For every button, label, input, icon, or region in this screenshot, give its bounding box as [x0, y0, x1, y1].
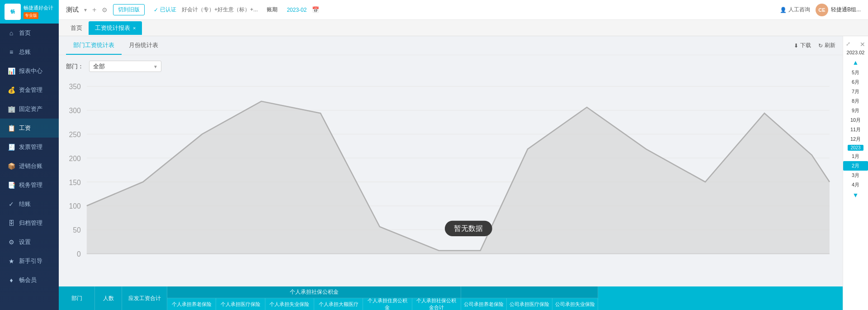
group-individual-insurance: 个人承担社保公积金 个人承担养老保险 个人承担医疗保险 个人承担失业保险 [167, 286, 461, 310]
tab-home[interactable]: 首页 [64, 21, 89, 35]
group-company-insurance: 公司承担养老保险 公司承担医疗保险 公司承担失业保险 [461, 286, 598, 310]
guide-icon: ★ [7, 258, 15, 265]
month-7[interactable]: 7月 [843, 87, 868, 96]
group2-cols: 公司承担养老保险 公司承担医疗保险 公司承担失业保险 [461, 298, 598, 310]
sidebar-item-label: 发票管理 [19, 143, 42, 151]
sidebar-item-archive[interactable]: 🗄 归档管理 [0, 214, 59, 233]
month-9[interactable]: 9月 [843, 106, 868, 115]
sidebar-item-guide[interactable]: ★ 新手引导 [0, 252, 59, 271]
app-edition-badge: 专业版 [24, 12, 38, 19]
period-label: 账期 [267, 6, 278, 14]
col-total-salary: 应发工资合计 [122, 286, 167, 310]
subtab-dept[interactable]: 部门工资统计表 [66, 37, 122, 55]
sidebar-item-label: 结账 [19, 200, 31, 208]
close-panel-btn[interactable]: ✕ [860, 41, 865, 48]
group-cols: 个人承担养老保险 个人承担医疗保险 个人承担失业保险 个人承担大额医疗 个人承担 [167, 298, 461, 310]
switch-to-old-btn[interactable]: 切到旧版 [113, 4, 145, 15]
tab-salary-label: 工资统计报表 [95, 24, 130, 32]
col-pension-comp: 公司承担养老保险 [461, 298, 507, 310]
col-medical-ind: 个人承担医疗保险 [216, 298, 265, 310]
topbar-add-icon[interactable]: + [92, 6, 96, 14]
tab-salary-report[interactable]: 工资统计报表 × [89, 21, 142, 35]
tab-close-btn[interactable]: × [133, 25, 136, 31]
ledger-icon: ≡ [7, 48, 15, 56]
ai-label: 人工咨询 [788, 6, 810, 14]
tags-text: 好会计（专）+好生意（标）+... [182, 6, 258, 14]
sidebar-item-checkout[interactable]: ✓ 结账 [0, 195, 59, 214]
year-badge-2023: 2023 [848, 145, 863, 151]
col-dept: 部门 [59, 286, 95, 310]
funds-icon: 💰 [7, 86, 15, 94]
download-label: 下载 [800, 42, 811, 49]
subtab-monthly[interactable]: 月份统计表 [122, 37, 165, 55]
month-4[interactable]: 4月 [843, 180, 868, 190]
sidebar-item-label: 资金管理 [19, 86, 42, 94]
sidebar-item-tax[interactable]: 📑 税务管理 [0, 176, 59, 195]
tax-icon: 📑 [7, 181, 15, 189]
month-6[interactable]: 6月 [843, 77, 868, 87]
dept-select[interactable]: 全部 销售部 财务部 人事部 技术部 [89, 61, 161, 72]
month-12[interactable]: 12月 [843, 134, 868, 144]
sidebar-item-label: 固定资产 [19, 105, 42, 113]
filter-bar: 部门： 全部 销售部 财务部 人事部 技术部 [59, 55, 843, 77]
month-5[interactable]: 5月 [843, 68, 868, 77]
settings-icon: ⚙ [7, 238, 15, 246]
col-unemployment-ind: 个人承担失业保险 [265, 298, 314, 310]
topbar-status: ✓ 已认证 [154, 6, 176, 14]
avatar-text: CE [818, 7, 825, 13]
month-8[interactable]: 8月 [843, 96, 868, 106]
sidebar-item-label: 总账 [19, 48, 31, 56]
panel-down-arrow[interactable]: ▼ [852, 191, 860, 200]
group-label: 个人承担社保公积金 [167, 286, 461, 298]
topbar-dropdown-arrow[interactable]: ▾ [84, 7, 87, 13]
calendar-icon[interactable]: 📅 [312, 6, 319, 13]
sidebar-item-label: 进销台账 [19, 162, 42, 170]
sidebar-item-invoice[interactable]: 🧾 发票管理 [0, 138, 59, 157]
topbar-settings-icon[interactable]: ⚙ [102, 6, 108, 14]
subtab-bar: 部门工资统计表 月份统计表 ⬇ 下载 ↻ 刷新 [59, 36, 843, 55]
sidebar-item-label: 工资 [19, 124, 31, 132]
refresh-icon: ↻ [818, 43, 823, 49]
chart-area: 350 300 250 200 150 100 50 0 [59, 77, 843, 286]
month-3[interactable]: 3月 [843, 171, 868, 180]
bottom-table-header: 部门 人数 应发工资合计 个人承担社保公积金 个人承担养老保险 [59, 286, 843, 310]
tab-home-label: 首页 [71, 24, 82, 32]
sidebar-item-funds[interactable]: 💰 资金管理 [0, 81, 59, 100]
content-main: 部门工资统计表 月份统计表 ⬇ 下载 ↻ 刷新 [59, 36, 843, 310]
subtab-list: 部门工资统计表 月份统计表 [66, 37, 165, 55]
svg-text:150: 150 [69, 179, 81, 186]
sidebar-item-home[interactable]: ⌂ 首页 [0, 24, 59, 43]
download-btn[interactable]: ⬇ 下载 [794, 42, 811, 49]
right-panel: ⤢ ✕ 2023.02 ▲ 5月 6月 7月 8月 9月 10月 11月 12月… [843, 36, 868, 310]
svg-text:350: 350 [69, 83, 81, 91]
sidebar-item-ledger[interactable]: ≡ 总账 [0, 43, 59, 62]
sidebar-item-assets[interactable]: 🏢 固定资产 [0, 100, 59, 119]
month-10[interactable]: 10月 [843, 115, 868, 125]
sidebar-item-member[interactable]: ♦ 畅会员 [0, 271, 59, 290]
sidebar-item-reports[interactable]: 📊 报表中心 [0, 62, 59, 81]
sidebar-item-label: 首页 [19, 29, 31, 37]
avatar: CE [816, 4, 828, 16]
status-label: 已认证 [160, 6, 176, 14]
salary-icon: 📋 [7, 124, 15, 132]
subtab-actions: ⬇ 下载 ↻ 刷新 [794, 42, 835, 49]
svg-text:300: 300 [69, 107, 81, 114]
month-11[interactable]: 11月 [843, 125, 868, 134]
month-1[interactable]: 1月 [843, 152, 868, 161]
sidebar-item-settings[interactable]: ⚙ 设置 [0, 233, 59, 252]
panel-up-arrow[interactable]: ▲ [852, 58, 860, 67]
sidebar-item-label: 归档管理 [19, 219, 42, 227]
col-total-ind: 个人承担社保公积金合计 [412, 298, 461, 310]
month-2[interactable]: 2月 [843, 161, 868, 171]
sidebar-item-salary[interactable]: 📋 工资 [0, 119, 59, 138]
topbar-right: 👤 人工咨询 CE 轻捷通B组... [780, 4, 861, 16]
refresh-btn[interactable]: ↻ 刷新 [818, 42, 835, 49]
sidebar: 畅 畅捷通好会计 专业版 ⌂ 首页 ≡ 总账 📊 报表中心 💰 资金管理 🏢 固… [0, 0, 59, 310]
col-headcount: 人数 [95, 286, 122, 310]
expand-icon[interactable]: ⤢ [846, 41, 850, 48]
col-unemployment-comp: 公司承担失业保险 [552, 298, 598, 310]
subtab-dept-label: 部门工资统计表 [73, 42, 114, 48]
ai-consult-btn[interactable]: 👤 人工咨询 [780, 6, 810, 14]
svg-text:100: 100 [69, 202, 81, 210]
sidebar-item-trade[interactable]: 📦 进销台账 [0, 157, 59, 176]
